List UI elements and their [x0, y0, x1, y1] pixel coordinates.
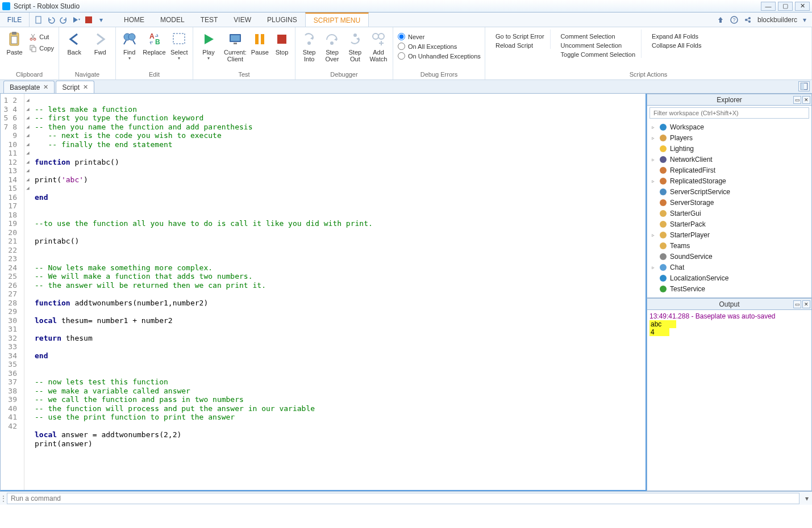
group-label-debug-errors: Debug Errors [393, 70, 485, 79]
add-watch-button[interactable]: Add Watch [369, 30, 388, 62]
cut-button[interactable]: Cut [29, 32, 54, 42]
user-dropdown-icon[interactable]: ▾ [803, 16, 806, 24]
tree-item-lighting[interactable]: Lighting [647, 143, 811, 154]
doctab-baseplate[interactable]: Baseplate✕ [3, 81, 55, 93]
command-dropdown-icon[interactable]: ▾ [802, 495, 812, 502]
step-out-button[interactable]: Step Out [346, 30, 364, 62]
new-icon[interactable] [34, 15, 43, 24]
doctab-close-icon[interactable]: ✕ [83, 83, 88, 91]
uncomment-selection-button[interactable]: Uncomment Selection [561, 42, 635, 49]
fwd-icon [91, 31, 109, 48]
tree-item-chat[interactable]: ▹Chat [647, 262, 811, 273]
tree-item-soundservice[interactable]: SoundService [647, 251, 811, 262]
tab-home[interactable]: HOME [116, 12, 152, 27]
explorer-filter-input[interactable] [649, 107, 809, 119]
fwd-button[interactable]: Fwd [90, 30, 111, 56]
reload-script-button[interactable]: Reload Script [495, 42, 544, 49]
minimize-button[interactable]: — [761, 2, 776, 11]
svg-point-35 [660, 167, 667, 174]
copy-button[interactable]: Copy [29, 43, 54, 53]
redo-icon[interactable] [59, 15, 68, 24]
code-editor[interactable]: 1 2 3 4 5 6 7 8 9 10 11 12 13 14 15 16 1… [0, 94, 647, 491]
svg-point-39 [660, 210, 667, 217]
grip-icon[interactable]: ⋮⋮ [0, 495, 7, 502]
goto-script-error-button[interactable]: Go to Script Error [495, 33, 544, 40]
username-label[interactable]: blockbuilderc [757, 16, 797, 24]
collapse-all-folds-button[interactable]: Collapse All Folds [652, 42, 701, 49]
tree-item-serverstorage[interactable]: ServerStorage [647, 197, 811, 208]
file-menu[interactable]: FILE [0, 12, 30, 27]
upgrade-icon[interactable] [717, 16, 724, 24]
tab-plugins[interactable]: PLUGINS [259, 12, 305, 27]
expand-all-folds-button[interactable]: Expand All Folds [652, 33, 701, 40]
output-line: abc [649, 320, 809, 328]
back-button[interactable]: Back [64, 30, 85, 56]
stop-button[interactable]: Stop [273, 30, 290, 56]
tree-item-serverscriptservice[interactable]: ServerScriptService [647, 186, 811, 197]
tree-item-startergui[interactable]: StarterGui [647, 208, 811, 219]
step-over-button[interactable]: Step Over [323, 30, 341, 62]
on-unhandled-exceptions-radio[interactable]: On Unhandled Exceptions [398, 52, 481, 60]
tree-item-workspace[interactable]: ▹Workspace [647, 121, 811, 132]
toggle-comment-selection-button[interactable]: Toggle Comment Selection [561, 51, 635, 58]
svg-rect-30 [801, 83, 804, 89]
tree-item-teams[interactable]: Teams [647, 240, 811, 251]
find-button[interactable]: Find▾ [120, 30, 138, 61]
tree-item-starterplayer[interactable]: ▹StarterPlayer [647, 229, 811, 240]
fold-column[interactable]: ◢ ◢ ◢ ◢ ◢ ◢ ◢ ◢ ◢ ◢ ◢ [24, 94, 31, 490]
maximize-button[interactable]: ▢ [778, 2, 793, 11]
tree-item-networkclient[interactable]: ▹NetworkClient [647, 154, 811, 165]
expand-icon[interactable]: ▹ [652, 135, 659, 141]
explorer-close-icon[interactable]: ✕ [802, 96, 810, 104]
svg-point-32 [660, 135, 667, 141]
svg-point-37 [660, 188, 667, 195]
tree-item-replicatedfirst[interactable]: ReplicatedFirst [647, 165, 811, 175]
undo-icon[interactable] [47, 15, 56, 24]
doctab-script[interactable]: Script✕ [56, 81, 94, 93]
tab-test[interactable]: TEST [193, 12, 226, 27]
on-all-exceptions-radio[interactable]: On All Exceptions [398, 43, 481, 50]
expand-icon[interactable]: ▹ [652, 124, 659, 130]
step-into-button[interactable]: Step Into [300, 30, 318, 62]
command-bar: ⋮⋮ ▾ [0, 491, 812, 505]
qat-dropdown-icon[interactable]: ▾ [97, 15, 106, 24]
output-close-icon[interactable]: ✕ [802, 300, 810, 308]
play-dropdown-icon[interactable] [72, 15, 81, 24]
tab-script-menu[interactable]: SCRIPT MENU [305, 12, 369, 27]
expand-icon[interactable]: ▹ [652, 157, 659, 162]
explorer-tree[interactable]: ▹Workspace▹PlayersLighting▹NetworkClient… [647, 120, 811, 297]
comment-selection-button[interactable]: Comment Selection [561, 33, 635, 40]
explorer-undock-icon[interactable]: ▭ [793, 96, 801, 104]
tree-item-replicatedstorage[interactable]: ▹ReplicatedStorage [647, 175, 811, 186]
paste-button[interactable]: Paste [5, 30, 24, 56]
current-client-button[interactable]: Current: Client [224, 30, 247, 62]
pause-button[interactable]: Pause [251, 30, 269, 56]
tree-item-starterpack[interactable]: StarterPack [647, 219, 811, 229]
service-icon [659, 123, 668, 132]
play-button[interactable]: Play▾ [198, 30, 219, 61]
step-into-icon [301, 31, 318, 48]
help-icon[interactable]: ? [730, 16, 738, 24]
close-button[interactable]: ✕ [795, 2, 810, 11]
output-body[interactable]: 13:49:41.288 - Baseplate was auto-saveda… [647, 310, 811, 491]
doctab-close-icon[interactable]: ✕ [43, 83, 48, 91]
output-undock-icon[interactable]: ▭ [793, 300, 801, 308]
expand-icon[interactable]: ▹ [652, 178, 659, 184]
replace-button[interactable]: ABReplace [143, 30, 165, 56]
add-watch-icon [370, 31, 387, 48]
stop-icon[interactable] [84, 15, 93, 24]
command-input[interactable] [7, 493, 799, 504]
code-area[interactable]: -- lets make a function -- first you typ… [31, 94, 646, 490]
tab-model[interactable]: MODEL [152, 12, 193, 27]
never-radio[interactable]: Never [398, 33, 481, 40]
select-button[interactable]: Select▾ [170, 30, 188, 61]
tree-item-testservice[interactable]: TestService [647, 283, 811, 294]
tree-item-localizationservice[interactable]: LocalizationService [647, 273, 811, 283]
docking-icon[interactable] [798, 81, 810, 91]
expand-icon[interactable]: ▹ [652, 232, 659, 238]
share-icon[interactable] [744, 16, 752, 24]
tree-item-players[interactable]: ▹Players [647, 132, 811, 143]
expand-icon[interactable]: ▹ [652, 265, 659, 270]
tab-view[interactable]: VIEW [226, 12, 259, 27]
group-label-edit: Edit [116, 70, 193, 79]
